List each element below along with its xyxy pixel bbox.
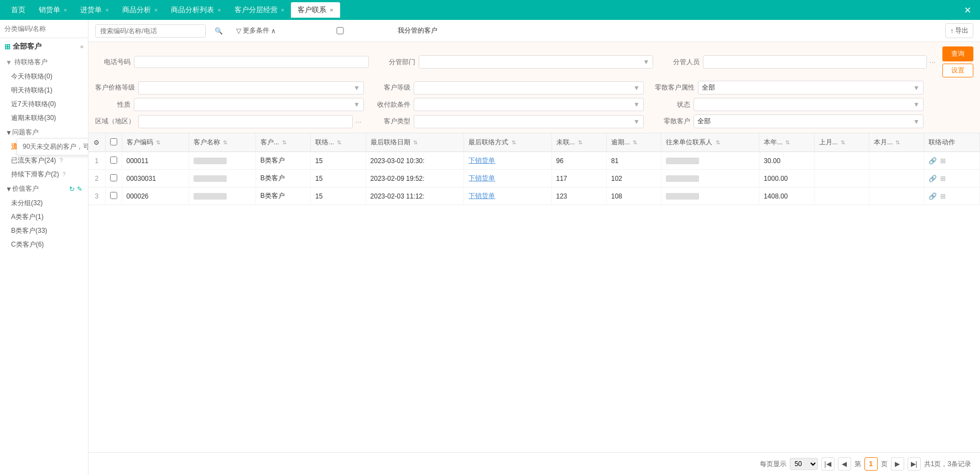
group-problem-title[interactable]: ▼ 问题客户 [0, 125, 88, 140]
refresh-icon[interactable]: ↻ [69, 185, 75, 193]
settings-button[interactable]: 设置 [942, 64, 973, 77]
tab-purchase[interactable]: 进货单 × [74, 2, 115, 18]
tab-close-customer-segment[interactable]: × [281, 7, 284, 13]
col-actions: 联络动作 [924, 133, 980, 152]
row-checkbox[interactable] [110, 192, 117, 199]
zero-customer-select[interactable]: 全部 ▼ [694, 114, 924, 128]
filter-icon: ▽ [236, 27, 241, 35]
col-last-contact-method[interactable]: 最后联络方式 ⇅ [464, 133, 551, 152]
sidebar-item-unclassified[interactable]: 未分组(32) [0, 196, 88, 210]
sidebar-item-tomorrow[interactable]: 明天待联络(1) [0, 83, 88, 97]
filter-row-2: 客户价格等级 ▼ 客户等级 ▼ 零散客户属性 全部 [95, 81, 973, 95]
tab-close-product-analysis[interactable]: × [154, 7, 158, 13]
first-page-button[interactable]: |◀ [821, 457, 835, 471]
sidebar-item-churned[interactable]: 已流失客户(24) ? [0, 154, 88, 168]
gender-select[interactable]: ▼ [134, 98, 364, 111]
tab-sales[interactable]: 销货单 × [32, 2, 74, 18]
sidebar-item-today[interactable]: 今天待联络(0) [0, 70, 88, 83]
select-all-checkbox[interactable] [110, 138, 117, 145]
grade-select[interactable]: ▼ [414, 81, 644, 95]
col-settings[interactable]: ⚙ [88, 133, 105, 152]
group-value-title[interactable]: ▼ 价值客户 ↻ ✎ [0, 181, 88, 196]
action-more-icon[interactable]: ⊞ [940, 157, 946, 165]
row-code: 00030031 [122, 170, 189, 187]
action-link-icon[interactable]: 🔗 [929, 192, 937, 200]
my-customers-checkbox[interactable] [285, 27, 395, 34]
col-overdue[interactable]: 逾期... ⇅ [606, 133, 661, 152]
col-type[interactable]: 客户... ⇅ [256, 133, 310, 152]
dept-select[interactable]: ▼ [419, 55, 654, 69]
tab-close-purchase[interactable]: × [105, 7, 108, 13]
price-grade-select[interactable]: ▼ [138, 81, 364, 95]
phone-input[interactable] [134, 56, 369, 68]
sidebar-item-overdue[interactable]: 逾期未联络(30) [0, 111, 88, 125]
sidebar-item-class-c[interactable]: C类客户(6) [0, 238, 88, 252]
sidebar-item-churn-warning[interactable]: 流失预警客户(3) ● [0, 140, 88, 154]
dept-select-arrow: ▼ [643, 58, 649, 66]
sort-icon-person: ⇅ [716, 139, 720, 145]
row-last-month [814, 152, 869, 170]
status-select[interactable]: ▼ [694, 98, 924, 111]
per-page-select[interactable]: 50 100 200 [790, 458, 818, 470]
tab-product-analysis[interactable]: 商品分析 × [116, 2, 164, 18]
payment-select[interactable]: ▼ [414, 98, 644, 111]
prev-page-button[interactable]: ◀ [838, 457, 851, 471]
action-link-icon[interactable]: 🔗 [929, 157, 937, 165]
filter-more-icon[interactable]: ··· [927, 58, 938, 66]
col-code[interactable]: 客户编码 ⇅ [122, 133, 189, 152]
region-select[interactable] [138, 115, 353, 128]
search-input[interactable] [95, 24, 206, 38]
col-name[interactable]: 客户名称 ⇅ [189, 133, 256, 152]
row-checkbox[interactable] [110, 156, 117, 164]
action-link-icon[interactable]: 🔗 [929, 175, 937, 182]
region-more-icon[interactable]: ··· [353, 117, 364, 126]
window-close-button[interactable]: ✕ [960, 5, 976, 15]
next-page-button[interactable]: ▶ [891, 457, 904, 471]
all-customers-title[interactable]: ⊞ 全部客户 « [0, 38, 88, 55]
export-button[interactable]: ↑ 导出 [945, 23, 973, 38]
sidebar-item-class-b[interactable]: B类客户(33) [0, 224, 88, 238]
group-problem-customers: ▼ 问题客户 90天未交易的客户，可能有流失风险。 流失预警客户(3) ● 已流… [0, 125, 88, 181]
row-type: B类客户 [256, 170, 310, 187]
tab-close-customer-contact[interactable]: × [330, 7, 333, 13]
edit-icon[interactable]: ✎ [77, 185, 82, 193]
action-more-icon[interactable]: ⊞ [940, 175, 946, 182]
zero-attr-select[interactable]: 全部 ▼ [698, 81, 924, 95]
action-buttons: 查询 设置 [942, 46, 973, 77]
person-select[interactable] [703, 55, 927, 69]
group-pending-title[interactable]: ▼ 待联络客户 [0, 55, 88, 70]
col-contact[interactable]: 联络... ⇅ [311, 133, 366, 152]
col-this-year[interactable]: 本年... ⇅ [759, 133, 814, 152]
sidebar-item-declining[interactable]: 持续下滑客户(2) ? [0, 168, 88, 181]
tab-customer-segment[interactable]: 客户分层经营 × [228, 2, 291, 18]
table-row: 1 000011 B类客户 15 2023-03-02 10:30: 下销货单 … [88, 152, 980, 170]
my-customers-checkbox-label[interactable]: 我分管的客户 [285, 26, 437, 35]
type-select[interactable]: ▼ [414, 115, 644, 128]
row-num: 3 [88, 187, 105, 205]
col-this-month[interactable]: 本月... ⇅ [869, 133, 924, 152]
tab-close-product-list[interactable]: × [217, 7, 221, 13]
arrow-down-icon2: ▼ [6, 129, 12, 137]
sidebar-search-container: 🔍 [0, 20, 88, 38]
col-last-contact-date[interactable]: 最后联络日期 ⇅ [366, 133, 464, 152]
last-page-button[interactable]: ▶| [908, 457, 921, 471]
col-uncontacted[interactable]: 未联... ⇅ [551, 133, 606, 152]
query-button[interactable]: 查询 [942, 46, 973, 61]
sidebar-search-input[interactable] [4, 25, 87, 33]
more-conditions-button[interactable]: ▽ 更多条件 ∧ [232, 24, 280, 38]
tab-close-sales[interactable]: × [64, 7, 67, 13]
type-arrow: ▼ [633, 118, 640, 126]
sidebar-item-class-a[interactable]: A类客户(1) [0, 210, 88, 224]
col-last-month[interactable]: 上月... ⇅ [814, 133, 869, 152]
action-more-icon[interactable]: ⊞ [940, 192, 946, 200]
tab-customer-contact[interactable]: 客户联系 × [291, 2, 340, 18]
sidebar-item-7days[interactable]: 近7天待联络(0) [0, 97, 88, 111]
col-person[interactable]: 往来单位联系人 ⇅ [661, 133, 759, 152]
tab-home[interactable]: 首页 [4, 2, 32, 18]
row-contact-count: 15 [311, 152, 366, 170]
tab-product-list[interactable]: 商品分析列表 × [164, 2, 227, 18]
row-checkbox[interactable] [110, 174, 117, 181]
filter-phone: 电话号码 [95, 56, 369, 68]
row-code: 000026 [122, 187, 189, 205]
search-button[interactable]: 🔍 [210, 25, 227, 37]
